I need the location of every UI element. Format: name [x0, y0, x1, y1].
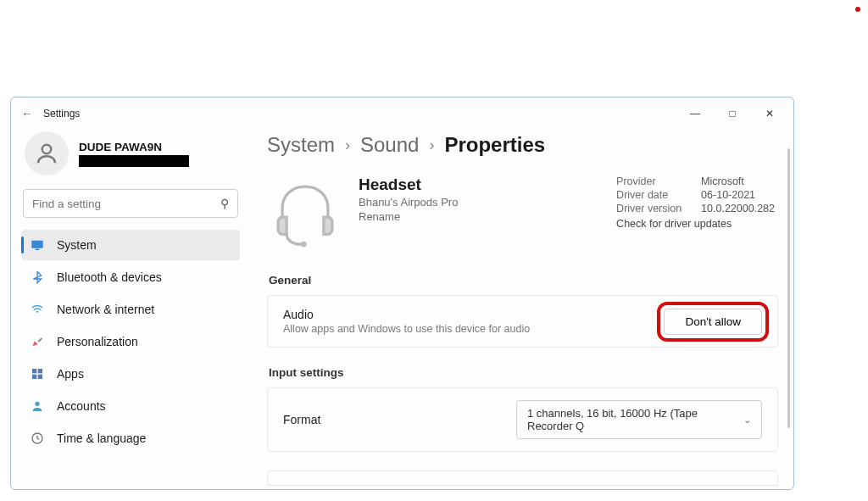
sidebar-item-label: Bluetooth & devices: [57, 270, 162, 284]
sidebar-item-time-language[interactable]: Time & language: [21, 423, 240, 454]
dont-allow-button[interactable]: Don't allow: [664, 309, 762, 335]
driver-info: Provider Microsoft Driver date 06-10-202…: [616, 175, 775, 230]
system-icon: [30, 237, 45, 253]
driver-version-label: Driver version: [616, 203, 694, 214]
format-card: Format 1 channels, 16 bit, 16000 Hz (Tap…: [267, 387, 778, 452]
check-driver-updates-link[interactable]: Check for driver updates: [616, 218, 775, 230]
section-general: General: [269, 274, 792, 287]
titlebar: ← Settings — □ ✕: [11, 97, 793, 130]
svg-rect-3: [32, 369, 36, 373]
chevron-down-icon: ⌄: [743, 415, 751, 426]
sidebar-item-personalization[interactable]: Personalization: [21, 326, 240, 357]
format-label: Format: [283, 413, 320, 426]
sidebar-item-apps[interactable]: Apps: [21, 359, 240, 389]
driver-date-value: 06-10-2021: [701, 189, 775, 201]
sidebar-item-label: System: [57, 238, 97, 252]
svg-point-0: [42, 145, 52, 154]
user-block[interactable]: DUDE PAWA9N: [25, 131, 240, 175]
search-input[interactable]: [32, 198, 220, 210]
next-card-partial: [267, 470, 778, 486]
nav-list: System Bluetooth & devices Network & int…: [21, 230, 240, 454]
bluetooth-icon: [30, 270, 45, 285]
sidebar-item-accounts[interactable]: Accounts: [21, 391, 240, 421]
sidebar-item-label: Accounts: [57, 399, 106, 413]
driver-version-value: 10.0.22000.282: [701, 203, 775, 214]
chevron-right-icon: ›: [345, 136, 350, 154]
svg-point-9: [301, 242, 307, 248]
device-title: Headset: [359, 175, 458, 194]
window-title: Settings: [38, 108, 80, 120]
driver-date-label: Driver date: [616, 189, 694, 201]
user-name: DUDE PAWA9N: [79, 141, 189, 153]
personalization-icon: [30, 334, 45, 349]
breadcrumb-properties: Properties: [444, 133, 545, 157]
audio-card: Audio Allow apps and Windows to use this…: [267, 295, 778, 348]
network-icon: [30, 302, 45, 317]
maximize-button[interactable]: □: [714, 101, 751, 126]
sidebar: DUDE PAWA9N ⚲ System Bluetooth & devices: [11, 130, 248, 489]
section-input-settings: Input settings: [269, 366, 792, 379]
rename-link[interactable]: Rename: [359, 210, 458, 223]
headset-icon: [267, 175, 343, 252]
scrollbar[interactable]: [787, 148, 790, 428]
svg-rect-4: [38, 369, 42, 373]
breadcrumb-system[interactable]: System: [267, 133, 335, 157]
search-icon: ⚲: [220, 197, 229, 210]
avatar: [25, 131, 69, 175]
main-content: System › Sound › Properties Headset: [248, 130, 793, 489]
settings-window: ← Settings — □ ✕ DUDE PAWA9N ⚲: [10, 97, 794, 490]
device-header: Headset Bhanu's Airpods Pro Rename Provi…: [267, 175, 792, 252]
close-button[interactable]: ✕: [751, 101, 788, 126]
user-email-redacted: [79, 155, 189, 167]
device-subtitle: Bhanu's Airpods Pro: [359, 196, 458, 209]
time-language-icon: [30, 431, 45, 446]
back-button[interactable]: ←: [16, 107, 38, 120]
audio-card-subtitle: Allow apps and Windows to use this devic…: [283, 323, 530, 335]
search-box[interactable]: ⚲: [23, 189, 238, 218]
svg-rect-5: [32, 375, 36, 379]
sidebar-item-label: Apps: [57, 367, 84, 381]
format-select-value: 1 channels, 16 bit, 16000 Hz (Tape Recor…: [527, 407, 735, 432]
provider-value: Microsoft: [701, 175, 775, 187]
audio-card-title: Audio: [283, 308, 530, 321]
breadcrumb-sound[interactable]: Sound: [360, 133, 419, 157]
sidebar-item-label: Network & internet: [57, 303, 154, 316]
format-select[interactable]: 1 channels, 16 bit, 16000 Hz (Tape Recor…: [516, 400, 762, 439]
svg-rect-6: [38, 375, 42, 379]
minimize-button[interactable]: —: [676, 101, 714, 126]
sidebar-item-bluetooth[interactable]: Bluetooth & devices: [21, 262, 240, 292]
chevron-right-icon: ›: [429, 136, 434, 154]
accounts-icon: [30, 398, 45, 414]
stray-red-dot: [855, 7, 860, 12]
svg-point-7: [35, 402, 39, 406]
apps-icon: [30, 366, 45, 381]
sidebar-item-label: Personalization: [57, 335, 138, 348]
svg-rect-2: [36, 249, 40, 251]
provider-label: Provider: [616, 175, 694, 187]
sidebar-item-network[interactable]: Network & internet: [21, 294, 240, 325]
sidebar-item-system[interactable]: System: [21, 230, 240, 260]
breadcrumb: System › Sound › Properties: [267, 133, 792, 157]
sidebar-item-label: Time & language: [57, 431, 146, 445]
svg-rect-1: [31, 241, 43, 248]
